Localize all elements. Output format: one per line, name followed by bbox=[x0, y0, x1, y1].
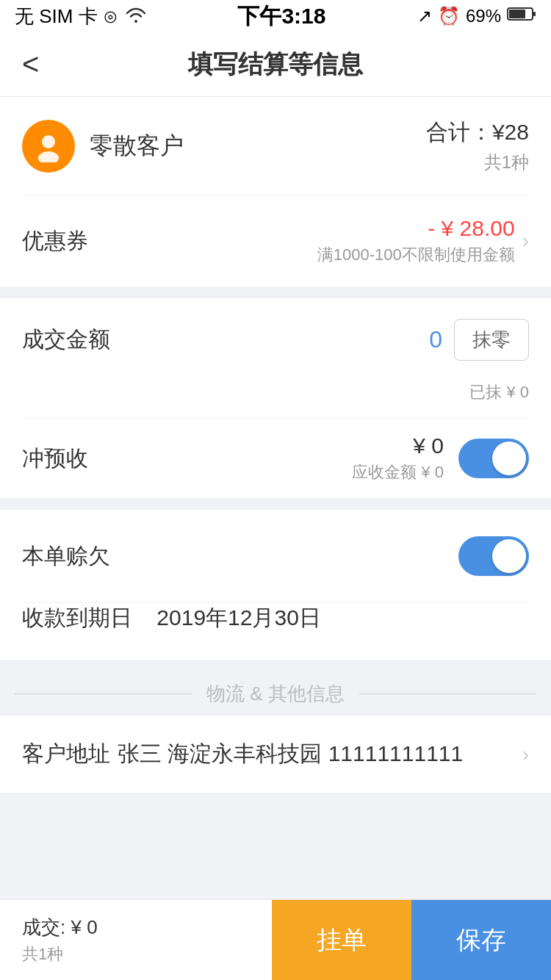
bottom-count: 共1种 bbox=[22, 943, 250, 965]
round-button[interactable]: 抹零 bbox=[454, 319, 529, 361]
svg-rect-2 bbox=[533, 12, 536, 16]
status-left: 无 SIM 卡 ⊙ bbox=[15, 4, 146, 29]
save-button[interactable]: 保存 bbox=[411, 900, 551, 980]
prepay-right: ¥ 0 应收金额 ¥ 0 bbox=[352, 433, 529, 483]
battery-icon bbox=[507, 6, 536, 26]
coupon-chevron-icon: › bbox=[522, 229, 529, 253]
svg-rect-1 bbox=[509, 10, 525, 18]
logistics-divider: 物流 & 其他信息 bbox=[0, 671, 551, 716]
prepay-toggle[interactable] bbox=[458, 439, 529, 478]
coupon-row[interactable]: 优惠券 - ¥ 28.00 满1000-100不限制使用金额 › bbox=[0, 195, 551, 287]
transaction-amount-input[interactable]: 0 bbox=[413, 326, 442, 353]
debt-toggle[interactable] bbox=[458, 536, 529, 576]
coupon-right: - ¥ 28.00 满1000-100不限制使用金额 › bbox=[317, 216, 529, 266]
transaction-card: 成交金额 0 抹零 已抹 ¥ 0 冲预收 ¥ 0 应收金额 ¥ 0 bbox=[0, 298, 551, 498]
address-row[interactable]: 客户地址 张三 海淀永丰科技园 11111111111 › bbox=[0, 716, 551, 793]
back-button[interactable]: < bbox=[22, 48, 39, 81]
total-amount-label: 合计：¥28 bbox=[426, 118, 529, 148]
toggle-knob bbox=[492, 442, 526, 475]
debt-label: 本单赊欠 bbox=[22, 541, 110, 572]
debt-card: 本单赊欠 收款到期日 2019年12月30日 bbox=[0, 510, 551, 660]
customer-total: 合计：¥28 共1种 bbox=[426, 118, 529, 174]
prepay-amount-block: ¥ 0 应收金额 ¥ 0 bbox=[352, 433, 444, 483]
prepay-row: 冲预收 ¥ 0 应收金额 ¥ 0 bbox=[0, 419, 551, 498]
transaction-label: 成交金额 bbox=[22, 325, 110, 355]
due-date-label: 收款到期日 bbox=[22, 605, 132, 630]
bottom-info: 成交: ¥ 0 共1种 bbox=[0, 900, 272, 980]
nav-bar: < 填写结算等信息 bbox=[0, 32, 551, 97]
transaction-sub-text: 已抹 ¥ 0 bbox=[0, 381, 551, 418]
total-count-label: 共1种 bbox=[426, 151, 529, 174]
address-card: 客户地址 张三 海淀永丰科技园 11111111111 › bbox=[0, 716, 551, 793]
coupon-value: - ¥ 28.00 满1000-100不限制使用金额 bbox=[317, 216, 515, 266]
wifi-icon bbox=[126, 5, 146, 28]
location-icon: ↗ bbox=[417, 6, 432, 26]
bottom-deal-label: 成交: bbox=[22, 916, 65, 938]
battery-percent: 69% bbox=[466, 6, 501, 26]
coupon-amount: - ¥ 28.00 bbox=[317, 216, 515, 241]
address-value: 张三 海淀永丰科技园 11111111111 bbox=[118, 739, 522, 769]
customer-avatar bbox=[22, 120, 75, 173]
due-date-spacer bbox=[138, 605, 151, 630]
customer-row: 零散客户 合计：¥28 共1种 bbox=[0, 97, 551, 195]
status-bar: 无 SIM 卡 ⊙ 下午3:18 ↗ ⏰ 69% bbox=[0, 0, 551, 32]
status-right: ↗ ⏰ 69% bbox=[417, 6, 536, 26]
bottom-bar: 成交: ¥ 0 共1种 挂单 保存 bbox=[0, 899, 551, 980]
debt-row: 本单赊欠 bbox=[0, 510, 551, 602]
coupon-label: 优惠券 bbox=[22, 226, 88, 256]
due-date-value: 2019年12月30日 bbox=[156, 605, 320, 630]
transaction-right: 0 抹零 bbox=[413, 319, 529, 361]
prepay-amount: ¥ 0 bbox=[352, 433, 444, 458]
logistics-label: 物流 & 其他信息 bbox=[206, 681, 345, 707]
coupon-desc: 满1000-100不限制使用金额 bbox=[317, 244, 515, 266]
svg-point-4 bbox=[38, 151, 59, 162]
prepay-receivable: 应收金额 ¥ 0 bbox=[352, 461, 444, 483]
due-date-row: 收款到期日 2019年12月30日 bbox=[0, 603, 551, 660]
prepay-label: 冲预收 bbox=[22, 444, 88, 474]
debt-toggle-knob bbox=[492, 539, 526, 573]
customer-name: 零散客户 bbox=[90, 130, 184, 162]
bottom-deal-amount: 成交: ¥ 0 bbox=[22, 915, 250, 940]
customer-info: 零散客户 bbox=[22, 120, 184, 173]
alarm-icon: ⏰ bbox=[438, 6, 460, 26]
status-time: 下午3:18 bbox=[237, 1, 325, 32]
address-chevron-icon: › bbox=[522, 743, 529, 766]
main-content: 零散客户 合计：¥28 共1种 优惠券 - ¥ 28.00 满1000-100不… bbox=[0, 97, 551, 951]
page-title: 填写结算等信息 bbox=[188, 48, 363, 82]
transaction-row: 成交金额 0 抹零 bbox=[0, 298, 551, 381]
address-label: 客户地址 bbox=[22, 739, 118, 769]
no-sim-label: 无 SIM 卡 ⊙ bbox=[15, 4, 118, 29]
customer-card: 零散客户 合计：¥28 共1种 优惠券 - ¥ 28.00 满1000-100不… bbox=[0, 97, 551, 287]
svg-point-3 bbox=[42, 135, 55, 148]
bottom-deal-value: ¥ 0 bbox=[71, 916, 97, 938]
hold-button[interactable]: 挂单 bbox=[272, 900, 411, 980]
